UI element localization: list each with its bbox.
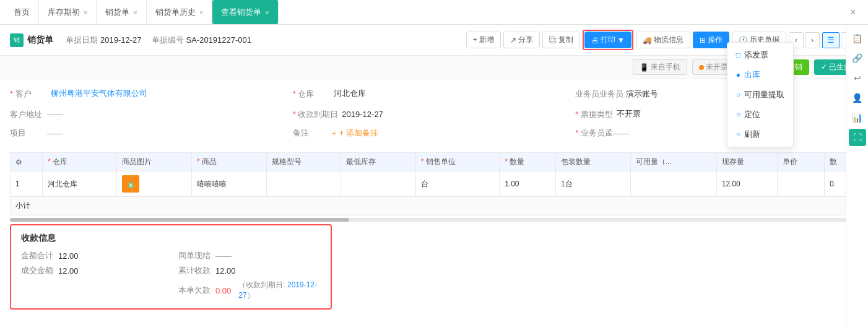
employee-field: 业务员 业务员 演示账号 [575,89,858,100]
doc-number-label: 单据编号 [152,35,184,46]
tab-home[interactable]: 首页 [5,0,39,24]
sidebar-icon-clipboard[interactable]: 📋 [849,30,866,47]
pending-dot [699,65,704,70]
employee-label: 业务员 [575,89,599,100]
ticket-type-value: 不开票 [613,107,687,121]
operate-dropdown: □ 添发票 ● 出库 ○ 可用量提取 ○ 定位 ○ 刷新 [727,42,794,147]
transaction-item: 成交金额 12.00 [21,265,163,276]
logistics-button[interactable]: 🚚 物流信息 [636,32,690,48]
dropdown-available[interactable]: ○ 可用量提取 [727,85,793,105]
phone-status-btn[interactable]: 📱 来自手机 [633,59,687,75]
note-field: 备注 ＋ + 添加备注 [293,128,576,139]
same-order-label: 同单现结 [178,250,210,261]
list-view-button[interactable]: ☰ [822,32,840,48]
warehouse-value: 河北仓库 [330,87,404,101]
doc-date-label: 单据日期 [66,35,98,46]
col-spec: 规格型号 [266,153,341,172]
product-image: 🧴 [122,175,139,193]
share-label: 分享 [518,35,533,45]
close-page-button[interactable]: × [843,2,863,22]
cell-spec [266,172,341,197]
logistics-label: 物流信息 [654,35,684,45]
grid-icon: ⊞ [700,36,706,45]
toolbar: + 新增 ↗ 分享 ⿻ 复制 🖨 打印 ▼ 🚚 物流信息 ⊞ [466,30,858,50]
employee-value: 演示账号 [626,89,658,100]
phone-label: 来自手机 [651,62,680,72]
refresh-label: 刷新 [744,129,760,140]
items-table: ⚙ * 仓库 商品图片 * 商品 规格型号 最低库存 * 销售单位 * 数量 包… [10,152,858,215]
table-row: 1 河北仓库 🧴 嘻嘻嘻嘻 台 1.00 1台 12.00 0. [11,172,858,197]
print-button[interactable]: 🖨 打印 ▼ [584,32,631,48]
col-gear[interactable]: ⚙ [11,153,43,172]
project-value: —— [47,129,63,138]
payment-grid: 金额合计 12.00 同单现结 —— 成交金额 12.00 累计收款 12.00… [21,250,321,301]
dropdown-refresh[interactable]: ○ 刷新 [727,124,793,144]
warehouse-field: 仓库 河北仓库 [293,87,576,101]
cumulative-item: 累计收款 12.00 [178,265,321,276]
print-highlight-box: 🖨 打印 ▼ [583,30,633,50]
subtotal-label: 小计 [15,201,30,210]
tab-sales-history-label: 销货单历史 [155,7,196,18]
cell-quantity: 1.00 [500,172,556,197]
share-button[interactable]: ↗ 分享 [503,32,540,48]
doc-number-value: SA-20191227-001 [186,35,252,45]
operate-button[interactable]: ⊞ 操作 [693,32,729,48]
cell-min-stock [341,172,416,197]
col-warehouse: * 仓库 [42,153,117,172]
tab-inventory[interactable]: 库存期初 × [39,0,97,24]
refresh-icon: ○ [736,130,740,139]
sidebar-icon-chart[interactable]: 📊 [849,109,866,126]
tab-inventory-close[interactable]: × [84,9,87,16]
copy-button[interactable]: ⿻ 复制 [542,32,580,48]
cell-available [630,172,716,197]
payment-title: 收款信息 [21,233,321,244]
sidebar-icon-undo[interactable]: ↩ [849,69,866,87]
tab-sales[interactable]: 销货单 × [97,0,146,24]
tab-bar: 首页 库存期初 × 销货单 × 销货单历史 × 查看销货单 × × [0,0,868,25]
col-product: * 商品 [192,153,267,172]
doc-date-value: 2019-12-27 [100,35,142,45]
dropdown-outbound[interactable]: ● 出库 [727,65,793,85]
doc-type-icon: 销 [10,33,24,47]
outbound-label: 出库 [744,69,760,80]
ticket-type-label: 票据类型 [575,109,613,120]
balance-value: 0.00 [215,286,231,295]
cell-product: 嘻嘻嘻嘻 [192,172,267,197]
customer-value[interactable]: 柳州粤港平安气体有限公司 [47,87,151,101]
tab-sales-history-close[interactable]: × [199,9,203,16]
tab-sales-close[interactable]: × [133,9,137,16]
tab-sales-label: 销货单 [105,7,129,18]
address-field: 客户地址 —— [10,109,293,120]
new-button[interactable]: + 新增 [466,32,501,48]
cumulative-value: 12.00 [215,266,236,276]
total-amount-value: 12.00 [58,251,79,261]
sidebar-icon-expand[interactable]: ⛶ [849,129,866,146]
sidebar-icon-user[interactable]: 👤 [849,89,866,106]
scroll-thumb[interactable] [10,218,349,222]
tab-view-sales[interactable]: 查看销货单 × [212,0,278,24]
subtotal-row: 小计 [11,197,858,215]
pending-label: 未开票 [706,62,728,72]
same-order-item: 同单现结 —— [178,250,321,261]
tab-view-sales-close[interactable]: × [265,9,269,16]
transaction-label: 成交金额 [21,265,53,276]
sidebar-icon-link[interactable]: 🔗 [849,50,866,67]
next-button[interactable]: › [805,32,820,48]
employee-static-label: 业务员 [599,89,623,100]
table-header-row: ⚙ * 仓库 商品图片 * 商品 规格型号 最低库存 * 销售单位 * 数量 包… [11,153,858,172]
dropdown-add-ticket[interactable]: □ 添发票 [727,45,793,65]
payment-date-label: 收款到期日 [293,109,339,120]
right-sidebar: 📋 🔗 ↩ 👤 📊 ⛶ [846,25,868,330]
doc-meta: 单据日期 2019-12-27 单据编号 SA-20191227-001 [66,35,466,46]
payment-date-field: 收款到期日 2019-12-27 [293,108,576,121]
tab-sales-history[interactable]: 销货单历史 × [147,0,212,24]
add-note-button[interactable]: ＋ + 添加备注 [330,128,378,139]
dropdown-locate[interactable]: ○ 定位 [727,105,793,124]
add-ticket-icon: □ [736,51,740,59]
customer-label: 客户 [10,89,47,100]
payment-section: 收款信息 金额合计 12.00 同单现结 —— 成交金额 12.00 累计收款 … [10,224,332,310]
subtotal-cell: 小计 [11,197,858,215]
cell-pkg-qty: 1台 [556,172,631,197]
add-note-icon: ＋ [330,128,338,139]
horizontal-scrollbar[interactable] [10,218,858,222]
